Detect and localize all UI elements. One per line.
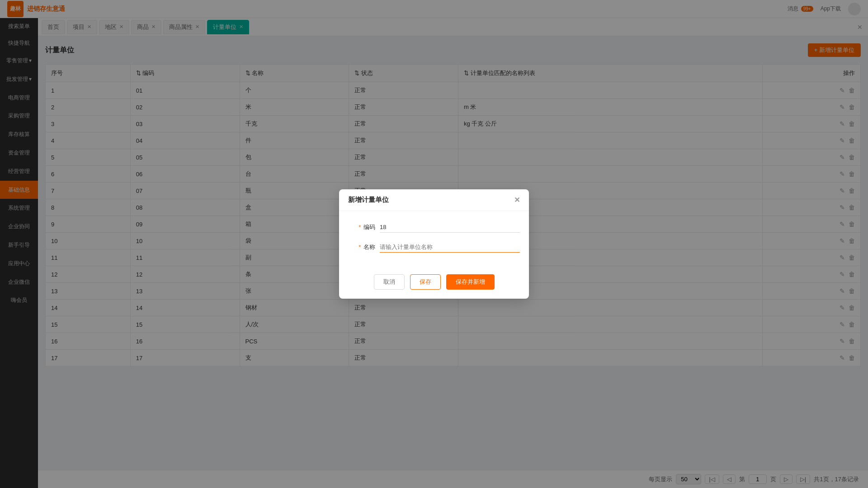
modal-close-button[interactable]: ✕ — [514, 196, 520, 204]
save-and-add-button[interactable]: 保存并新增 — [446, 274, 495, 290]
form-row-name: * 名称 — [348, 242, 520, 253]
modal-footer: 取消 保存 保存并新增 — [339, 269, 529, 299]
cancel-button[interactable]: 取消 — [374, 274, 405, 290]
form-row-code: * 编码 — [348, 222, 520, 233]
code-label: * 编码 — [348, 223, 375, 231]
save-button[interactable]: 保存 — [410, 274, 441, 290]
modal-body: * 编码 * 名称 — [339, 211, 529, 269]
name-input[interactable] — [380, 242, 520, 253]
code-input[interactable] — [380, 222, 520, 233]
modal-header: 新增计量单位 ✕ — [339, 189, 529, 211]
modal-overlay[interactable]: 新增计量单位 ✕ * 编码 * 名称 取消 保存 保存并新增 — [0, 0, 868, 488]
add-unit-modal: 新增计量单位 ✕ * 编码 * 名称 取消 保存 保存并新增 — [339, 189, 529, 299]
modal-title: 新增计量单位 — [348, 196, 389, 204]
name-label: * 名称 — [348, 243, 375, 251]
